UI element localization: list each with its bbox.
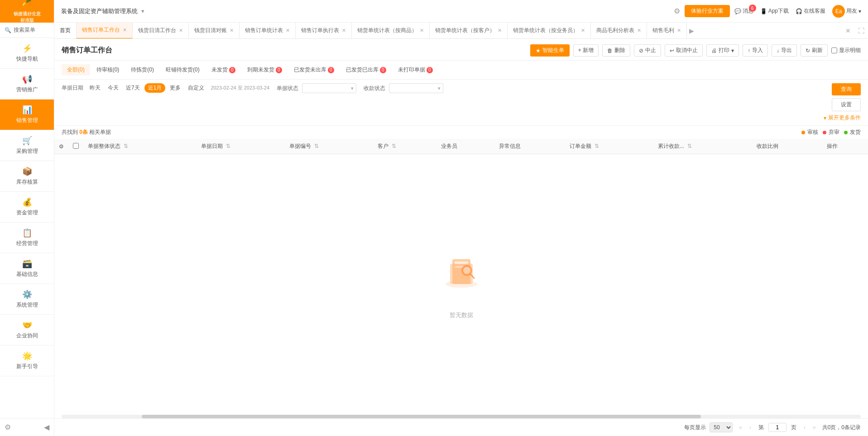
page-prev-btn[interactable]: ‹ <box>747 423 754 431</box>
filter-tab-not-shipped[interactable]: 未发货0 <box>206 64 241 76</box>
th-cumulative-receipt-sort[interactable]: ⇅ <box>687 143 692 149</box>
payment-select[interactable] <box>389 83 443 93</box>
filter-tab-not-printed[interactable]: 未打印单据0 <box>393 64 438 76</box>
filter-tab-shipped-out[interactable]: 已发货已出库0 <box>340 64 392 76</box>
delete-btn[interactable]: 🗑 删除 <box>602 44 630 57</box>
tab-sales-profit-close[interactable]: ✕ <box>677 28 681 33</box>
tab-cash-daily-close[interactable]: ✕ <box>179 28 183 33</box>
tab-goods-stats-product[interactable]: 销货单统计表（按商品） ✕ <box>352 23 430 39</box>
tab-goods-stats-customer-close[interactable]: ✕ <box>498 28 502 33</box>
industry-btn[interactable]: 体验行业方案 <box>685 5 730 17</box>
show-detail-checkbox[interactable] <box>831 47 837 53</box>
sidebar-item-operations[interactable]: 📋 经营管理 <box>0 223 54 253</box>
system-dropdown-icon[interactable]: ▾ <box>141 8 144 14</box>
tab-profit-analysis[interactable]: 商品毛利分析表 ✕ <box>591 23 647 39</box>
date-opt-custom[interactable]: 自定义 <box>185 83 207 93</box>
filter-tab-all[interactable]: 全部(0) <box>62 64 90 76</box>
topbar-online-service[interactable]: 🎧 在线客服 <box>796 7 825 15</box>
sidebar-collapse-icon[interactable]: ◀ <box>44 423 49 431</box>
unreview-action-btn[interactable]: 弃审 <box>823 128 839 136</box>
sidebar-item-sales[interactable]: 📊 销售管理 <box>0 100 54 130</box>
tab-cash-daily[interactable]: 钱货日清工作台 ✕ <box>133 23 189 39</box>
empty-state: 暂无数据 <box>54 154 868 415</box>
sidebar-item-system[interactable]: ⚙️ 系统管理 <box>0 284 54 315</box>
setting-btn[interactable]: 设置 <box>832 98 861 111</box>
tab-sales-exec-close[interactable]: ✕ <box>342 28 346 33</box>
sidebar-item-inventory[interactable]: 📦 库存核算 <box>0 161 54 192</box>
sidebar-item-marketing[interactable]: 📢 营销推广 <box>0 69 54 100</box>
page-next-btn[interactable]: › <box>801 423 808 431</box>
topbar-message[interactable]: 💬 消息 6 <box>734 7 753 15</box>
import-btn[interactable]: ↑ 导入 <box>743 44 768 57</box>
tab-profit-analysis-close[interactable]: ✕ <box>637 28 641 33</box>
stop-btn[interactable]: ⊘ 中止 <box>634 44 661 57</box>
tab-sales-workbench-close[interactable]: ✕ <box>123 27 127 33</box>
tab-close-all-icon[interactable]: ✕ <box>842 27 854 34</box>
sidebar-search[interactable]: 🔍 搜索菜单 <box>0 23 54 38</box>
filter-tab-pending-review[interactable]: 待审核(0) <box>91 64 125 76</box>
refresh-btn[interactable]: ↻ 刷新 <box>801 44 828 57</box>
review-action-btn[interactable]: 审核 <box>801 128 818 136</box>
tab-goods-stats-salesman-close[interactable]: ✕ <box>581 28 585 33</box>
new-btn[interactable]: + 新增 <box>573 44 599 57</box>
date-opt-today[interactable]: 今天 <box>105 83 121 93</box>
th-checkbox[interactable] <box>68 139 83 154</box>
tab-goods-stats-salesman[interactable]: 销货单统计表（按业务员） ✕ <box>508 23 591 39</box>
date-opt-7days[interactable]: 近7天 <box>123 83 143 93</box>
th-order-amount-sort[interactable]: ⇅ <box>595 143 599 149</box>
date-opt-yesterday[interactable]: 昨天 <box>87 83 103 93</box>
per-page-select[interactable]: 20 50 100 <box>710 422 733 432</box>
filter-tab-pending-pick[interactable]: 待拣货(0) <box>125 64 159 76</box>
tab-goods-stats-customer[interactable]: 销货单统计表（按客户） ✕ <box>430 23 508 39</box>
tab-cash-reconcile[interactable]: 钱货日清对账 ✕ <box>189 23 240 39</box>
tab-maximize-icon[interactable]: ⛶ <box>854 27 868 34</box>
topbar-user[interactable]: Ea 用友 ▾ <box>832 5 861 18</box>
date-opt-1month[interactable]: 近1月 <box>144 83 166 93</box>
export-btn[interactable]: ↓ 导出 <box>772 44 797 57</box>
th-operation-label: 操作 <box>827 143 838 149</box>
cancel-stop-btn[interactable]: ↩ 取消中止 <box>665 44 703 57</box>
sidebar-item-guide[interactable]: 🌟 新手引导 <box>0 346 54 376</box>
expand-btn[interactable]: ▾ 展开更多条件 <box>824 114 861 122</box>
th-doc-status-sort[interactable]: ⇅ <box>124 143 128 149</box>
filter-tab-expired-not-shipped[interactable]: 到期未发货0 <box>242 64 288 76</box>
status-select[interactable] <box>302 83 356 93</box>
ship-action-btn[interactable]: 发货 <box>844 128 861 136</box>
tab-sales-workbench[interactable]: 销售订单工作台 ✕ <box>77 23 133 39</box>
sidebar-settings-icon[interactable]: ⚙ <box>5 423 11 431</box>
tabs-bar: 首页 销售订单工作台 ✕ 钱货日清工作台 ✕ 钱货日清对账 ✕ 销售订单统计表 … <box>54 23 868 39</box>
page-input[interactable] <box>768 423 786 432</box>
sidebar-item-enterprise[interactable]: 🤝 企业协同 <box>0 315 54 346</box>
print-btn[interactable]: 🖨 打印 ▾ <box>706 44 739 57</box>
tab-cash-reconcile-close[interactable]: ✕ <box>230 28 234 33</box>
tab-sales-stats[interactable]: 销售订单统计表 ✕ <box>240 23 296 39</box>
th-doc-no-sort[interactable]: ⇅ <box>314 143 319 149</box>
page-first-btn[interactable]: « <box>736 423 745 431</box>
sidebar-item-purchase[interactable]: 🛒 采购管理 <box>0 130 54 161</box>
tab-sales-profit[interactable]: 销售毛利 ✕ <box>647 23 687 39</box>
smart-create-btn[interactable]: ★ 智能生单 <box>530 44 570 57</box>
data-table: ⚙ 单据整体状态 ⇅ 单据日期 ⇅ 单据编号 <box>54 139 868 154</box>
page-last-btn[interactable]: » <box>810 423 819 431</box>
th-settings[interactable]: ⚙ <box>54 139 68 154</box>
show-detail-checkbox-wrapper[interactable]: 显示明细 <box>831 47 861 54</box>
hscroll-bar[interactable] <box>62 415 861 418</box>
th-doc-date-sort[interactable]: ⇅ <box>226 143 230 149</box>
topbar-app-download[interactable]: 📱 App下载 <box>760 7 789 15</box>
query-btn[interactable]: 查询 <box>832 83 861 95</box>
sidebar-item-finance[interactable]: 💰 资金管理 <box>0 192 54 223</box>
topbar-gear-icon[interactable]: ⚙ <box>674 7 680 15</box>
tab-sales-stats-close[interactable]: ✕ <box>286 28 290 33</box>
select-all-checkbox[interactable] <box>73 143 79 149</box>
tabs-next-icon[interactable]: ▶ <box>687 27 696 34</box>
date-opt-more[interactable]: 更多 <box>167 83 183 93</box>
tab-sales-exec[interactable]: 销售订单执行表 ✕ <box>296 23 352 39</box>
sidebar-item-quicknav[interactable]: ⚡ 快捷导航 <box>0 38 54 69</box>
th-customer-sort[interactable]: ⇅ <box>392 143 396 149</box>
filter-tab-wangpu-pending[interactable]: 旺铺待发货(0) <box>160 64 205 76</box>
hscroll-thumb[interactable] <box>142 415 701 418</box>
tab-home[interactable]: 首页 <box>54 23 77 39</box>
sidebar-item-basicinfo[interactable]: 🗃️ 基础信息 <box>0 253 54 284</box>
filter-tab-shipped-not-out[interactable]: 已发货未出库0 <box>288 64 340 76</box>
tab-goods-stats-product-close[interactable]: ✕ <box>420 28 424 33</box>
